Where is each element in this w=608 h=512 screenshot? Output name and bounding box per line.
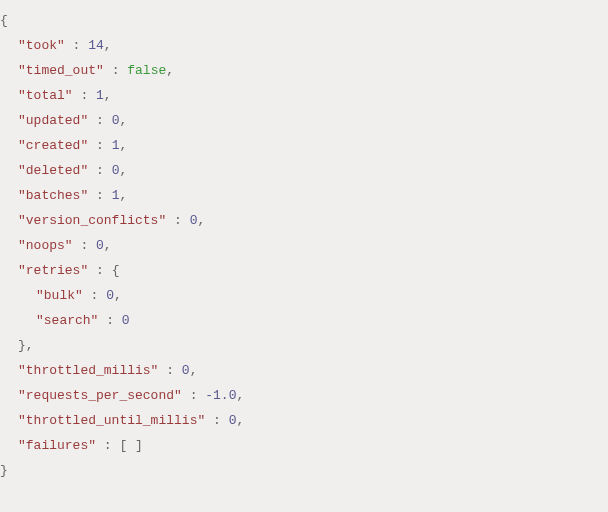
json-code-block: { "took" : 14, "timed_out" : false, "tot…: [0, 0, 608, 491]
search-value: 0: [122, 313, 130, 328]
bulk-value: 0: [106, 288, 114, 303]
took-line: "took" : 14,: [0, 33, 608, 58]
retries-open-line: "retries" : {: [0, 258, 608, 283]
noops-value: 0: [96, 238, 104, 253]
search-line: "search" : 0: [0, 308, 608, 333]
bulk-key: "bulk": [36, 288, 83, 303]
noops-line: "noops" : 0,: [0, 233, 608, 258]
retries-key: "retries": [18, 263, 88, 278]
open-brace: {: [0, 13, 8, 28]
deleted-key: "deleted": [18, 163, 88, 178]
search-key: "search": [36, 313, 98, 328]
failures-value: [ ]: [119, 438, 142, 453]
timed-out-line: "timed_out" : false,: [0, 58, 608, 83]
failures-key: "failures": [18, 438, 96, 453]
updated-key: "updated": [18, 113, 88, 128]
took-value: 14: [88, 38, 104, 53]
throttled-until-millis-key: "throttled_until_millis": [18, 413, 205, 428]
retries-close-brace: },: [18, 338, 34, 353]
timed-out-key: "timed_out": [18, 63, 104, 78]
deleted-line: "deleted" : 0,: [0, 158, 608, 183]
total-key: "total": [18, 88, 73, 103]
batches-line: "batches" : 1,: [0, 183, 608, 208]
updated-line: "updated" : 0,: [0, 108, 608, 133]
requests-per-second-value: -1.0: [205, 388, 236, 403]
version-conflicts-key: "version_conflicts": [18, 213, 166, 228]
batches-key: "batches": [18, 188, 88, 203]
throttled-millis-value: 0: [182, 363, 190, 378]
close-brace-line: }: [0, 458, 608, 483]
total-value: 1: [96, 88, 104, 103]
failures-line: "failures" : [ ]: [0, 433, 608, 458]
throttled-millis-line: "throttled_millis" : 0,: [0, 358, 608, 383]
noops-key: "noops": [18, 238, 73, 253]
retries-open-brace: {: [112, 263, 120, 278]
version-conflicts-line: "version_conflicts" : 0,: [0, 208, 608, 233]
total-line: "total" : 1,: [0, 83, 608, 108]
open-brace-line: {: [0, 8, 608, 33]
throttled-millis-key: "throttled_millis": [18, 363, 158, 378]
requests-per-second-line: "requests_per_second" : -1.0,: [0, 383, 608, 408]
close-brace: }: [0, 463, 8, 478]
throttled-until-millis-line: "throttled_until_millis" : 0,: [0, 408, 608, 433]
retries-close-line: },: [0, 333, 608, 358]
created-key: "created": [18, 138, 88, 153]
bulk-line: "bulk" : 0,: [0, 283, 608, 308]
requests-per-second-key: "requests_per_second": [18, 388, 182, 403]
took-key: "took": [18, 38, 65, 53]
created-line: "created" : 1,: [0, 133, 608, 158]
timed-out-value: false: [127, 63, 166, 78]
